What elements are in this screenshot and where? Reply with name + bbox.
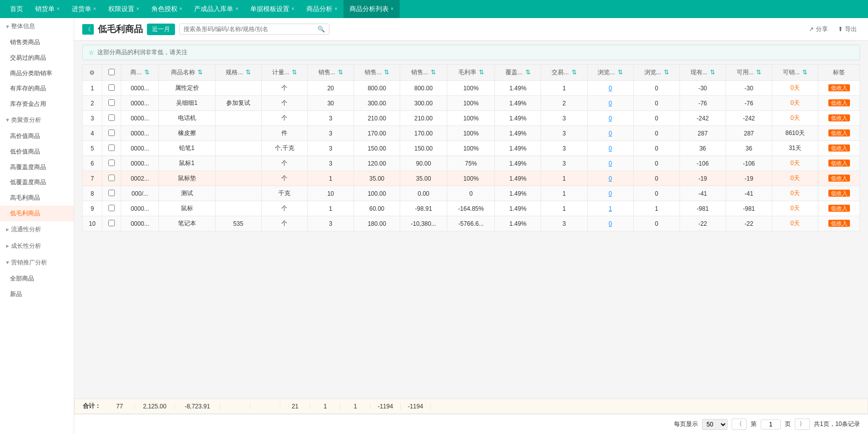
cell-views1[interactable]: 0: [587, 96, 633, 111]
nav-close-sales[interactable]: ×: [57, 0, 60, 18]
nav-product-analysis[interactable]: 商品分析 ×: [300, 0, 343, 18]
col-sales-amount[interactable]: 销售... ⇅: [400, 65, 447, 81]
cell-checkbox[interactable]: [102, 186, 121, 201]
cell-checkbox[interactable]: [102, 141, 121, 156]
select-all-checkbox[interactable]: [108, 69, 115, 75]
nav-product-inbound[interactable]: 产成品入库单 ×: [188, 0, 244, 18]
col-gross-margin[interactable]: 毛利率 ⇅: [447, 65, 495, 81]
views-link[interactable]: 0: [609, 130, 612, 137]
sidebar-item-high-value[interactable]: 高价值商品: [0, 128, 74, 144]
cell-checkbox[interactable]: [102, 96, 121, 111]
row-checkbox[interactable]: [108, 114, 115, 121]
col-trade[interactable]: 交易... ⇅: [541, 65, 587, 81]
page-number-input[interactable]: [761, 419, 781, 429]
nav-roles[interactable]: 角色授权 ×: [145, 0, 189, 18]
nav-permissions[interactable]: 权限设置 ×: [102, 0, 145, 18]
nav-close-roles[interactable]: ×: [180, 0, 183, 18]
cell-checkbox[interactable]: [102, 156, 121, 171]
search-icon[interactable]: 🔍: [317, 26, 325, 33]
views-link[interactable]: 0: [609, 115, 612, 122]
export-button[interactable]: ⬆ 导出: [835, 24, 860, 35]
cell-views1[interactable]: 0: [587, 216, 633, 231]
col-unit[interactable]: 计量... ⇅: [261, 65, 307, 81]
col-coverage[interactable]: 覆盖... ⇅: [495, 65, 541, 81]
sidebar-item-low-margin[interactable]: 低毛利商品: [0, 206, 74, 221]
row-checkbox[interactable]: [108, 129, 115, 136]
per-page-select[interactable]: 50 100 200: [702, 419, 728, 430]
cell-views1[interactable]: 0: [587, 126, 633, 141]
cell-checkbox[interactable]: [102, 216, 121, 231]
views-link[interactable]: 0: [609, 190, 612, 197]
cell-views1[interactable]: 0: [587, 141, 633, 156]
col-sales-price[interactable]: 销售... ⇅: [354, 65, 400, 81]
cell-checkbox[interactable]: [102, 81, 121, 96]
search-input[interactable]: [184, 26, 315, 33]
sidebar-item-traded-products[interactable]: 交易过的商品: [0, 50, 74, 66]
cell-views1[interactable]: 0: [587, 156, 633, 171]
next-page-button[interactable]: 〉: [795, 418, 810, 430]
sidebar-group-growth[interactable]: ▸ 成长性分析: [0, 238, 74, 254]
share-button[interactable]: ↗ 分享: [806, 24, 831, 35]
sidebar-item-category-assist[interactable]: 商品分类助销率: [0, 66, 74, 81]
sidebar-collapse-button[interactable]: 《: [82, 24, 94, 35]
row-checkbox[interactable]: [108, 220, 115, 226]
cell-checkbox[interactable]: [102, 126, 121, 141]
nav-sales[interactable]: 销货单 ×: [29, 0, 66, 18]
cell-views1[interactable]: 0: [587, 81, 633, 96]
views-link[interactable]: 0: [609, 175, 612, 182]
time-filter-button[interactable]: 近一月: [147, 24, 175, 35]
row-checkbox[interactable]: [108, 84, 115, 91]
sidebar-item-sales-products[interactable]: 销售类商品: [0, 35, 74, 50]
col-code[interactable]: 商... ⇅: [121, 65, 158, 81]
nav-close-product-analysis[interactable]: ×: [334, 0, 337, 18]
sidebar-item-high-coverage[interactable]: 高覆盖度商品: [0, 160, 74, 175]
nav-close-permissions[interactable]: ×: [136, 0, 139, 18]
sidebar-item-stock-capital[interactable]: 库存资金占用: [0, 96, 74, 112]
views-link[interactable]: 0: [609, 160, 612, 167]
col-views2[interactable]: 浏览... ⇅: [633, 65, 679, 81]
nav-product-analysis-list[interactable]: 商品分析列表 ×: [343, 0, 400, 18]
col-available[interactable]: 可用... ⇅: [726, 65, 772, 81]
views-link[interactable]: 1: [609, 205, 612, 212]
sidebar-item-high-margin[interactable]: 高毛利商品: [0, 190, 74, 206]
row-checkbox[interactable]: [108, 144, 115, 151]
cell-checkbox[interactable]: [102, 111, 121, 126]
nav-close-product-inbound[interactable]: ×: [235, 0, 238, 18]
col-sellable[interactable]: 可销... ⇅: [772, 65, 818, 81]
col-spec[interactable]: 规格... ⇅: [215, 65, 261, 81]
row-checkbox[interactable]: [108, 175, 115, 181]
cell-views1[interactable]: 0: [587, 186, 633, 201]
row-checkbox[interactable]: [108, 99, 115, 106]
col-name[interactable]: 商品名称 ⇅: [158, 65, 215, 81]
views-link[interactable]: 0: [609, 100, 612, 107]
prev-page-button[interactable]: 〈: [732, 418, 747, 430]
sidebar-group-marketing[interactable]: ▾ 营销推广分析: [0, 254, 74, 271]
sidebar-item-low-value[interactable]: 低价值商品: [0, 144, 74, 160]
views-link[interactable]: 0: [609, 145, 612, 152]
sidebar-group-overall[interactable]: ▾ 整体信息: [0, 18, 74, 35]
cell-views1[interactable]: 0: [587, 171, 633, 186]
cell-views1[interactable]: 0: [587, 111, 633, 126]
sidebar-item-new-products[interactable]: 新品: [0, 286, 74, 302]
nav-home[interactable]: 首页: [4, 0, 29, 18]
views-link[interactable]: 0: [609, 85, 612, 92]
sidebar-group-circulation[interactable]: ▸ 流通性分析: [0, 221, 74, 238]
nav-template[interactable]: 单据模板设置 ×: [244, 0, 300, 18]
nav-close-purchase[interactable]: ×: [93, 0, 96, 18]
cell-checkbox[interactable]: [102, 171, 121, 186]
sidebar-group-cluster[interactable]: ▾ 类聚查分析: [0, 112, 74, 128]
col-sales-qty[interactable]: 销售... ⇅: [307, 65, 354, 81]
row-checkbox[interactable]: [108, 205, 115, 211]
views-link[interactable]: 0: [609, 220, 612, 227]
nav-close-product-analysis-list[interactable]: ×: [391, 0, 394, 18]
sidebar-item-in-stock[interactable]: 有库存的商品: [0, 81, 74, 96]
nav-close-template[interactable]: ×: [291, 0, 294, 18]
cell-checkbox[interactable]: [102, 201, 121, 216]
col-views1[interactable]: 浏览... ⇅: [587, 65, 633, 81]
row-checkbox[interactable]: [108, 190, 115, 196]
nav-purchase[interactable]: 进货单 ×: [66, 0, 102, 18]
col-current-stock[interactable]: 现有... ⇅: [679, 65, 726, 81]
cell-views1[interactable]: 1: [587, 201, 633, 216]
sidebar-item-all-products[interactable]: 全部商品: [0, 271, 74, 286]
sidebar-item-low-coverage[interactable]: 低覆盖度商品: [0, 175, 74, 190]
